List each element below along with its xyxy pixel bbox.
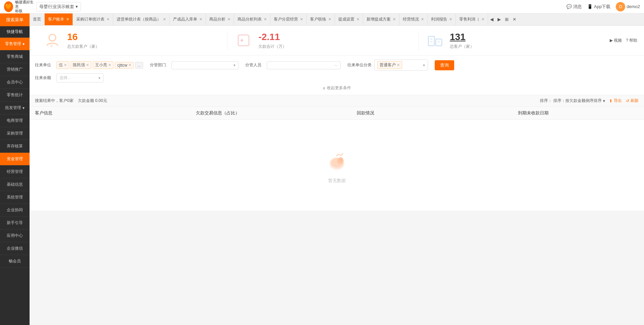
stat-block-total-customers: 131 总客户（家） bbox=[419, 31, 610, 50]
sidebar-item-batch-manage[interactable]: 批发管理 ▾ bbox=[0, 102, 30, 114]
dept-select[interactable] bbox=[171, 61, 239, 69]
sidebar-item-retail-manage[interactable]: 零售管理 ▾ bbox=[0, 38, 30, 50]
sidebar-item-purchase-manage[interactable]: 采购管理 bbox=[0, 127, 30, 140]
sidebar-item-ops-manage[interactable]: 经营管理 bbox=[0, 166, 30, 178]
top-header: 🧡 畅捷通好生意 标版 母婴行业演示账套 💬 消息 📱 App下载 D demo… bbox=[0, 0, 644, 13]
tab-home[interactable]: 首页 bbox=[30, 13, 45, 26]
sidebar: 搜索菜单 快捷导航 零售管理 ▾ 零售商城 营销推广 会员中心 零售统计 批发管… bbox=[0, 13, 30, 325]
sidebar-item-member-center[interactable]: 会员中心 bbox=[0, 76, 30, 89]
unit-tag-cjttcw-close[interactable]: ✕ bbox=[128, 63, 131, 67]
debt-customers-icon: ¥ bbox=[43, 31, 62, 50]
video-btn[interactable]: ▶ 视频 bbox=[610, 38, 622, 43]
sidebar-item-marketing[interactable]: 营销推广 bbox=[0, 63, 30, 76]
unit-class-select[interactable]: 普通客户 ✕ bbox=[374, 60, 428, 71]
query-button[interactable]: 查询 bbox=[435, 60, 454, 70]
message-btn[interactable]: 💬 消息 bbox=[566, 4, 582, 10]
close-icon[interactable]: ✕ bbox=[106, 17, 110, 22]
main-layout: 搜索菜单 快捷导航 零售管理 ▾ 零售商城 营销推广 会员中心 零售统计 批发管… bbox=[0, 13, 644, 325]
unit-tag-more[interactable]: ... bbox=[135, 62, 143, 69]
tab-menu[interactable]: ⊞ bbox=[503, 13, 511, 26]
user-avatar-area[interactable]: D demo2 bbox=[616, 2, 640, 11]
tab-raise-settings[interactable]: 提成设置 ✕ bbox=[335, 13, 363, 26]
logo-area: 🧡 畅捷通好生意 标版 bbox=[4, 0, 34, 13]
balance-filter-label: 往来余额 bbox=[35, 75, 54, 81]
results-summary: 搜索结果中，客户0家 欠款金额 0.00元 bbox=[35, 98, 107, 104]
help-btn[interactable]: ? 帮助 bbox=[626, 38, 637, 43]
balance-select[interactable]: 选择... bbox=[56, 73, 103, 82]
play-icon: ▶ bbox=[610, 38, 613, 43]
tab-cost-inbound[interactable]: 产成品入库单 ✕ bbox=[170, 13, 206, 26]
close-icon[interactable]: ✕ bbox=[481, 17, 484, 22]
person-filter-label: 分管人员 bbox=[245, 62, 264, 68]
svg-rect-7 bbox=[430, 41, 432, 42]
tab-profit-report[interactable]: 利润报告 ✕ bbox=[428, 13, 456, 26]
debt-amount-label: 欠款合计（万） bbox=[258, 44, 287, 49]
close-icon[interactable]: ✕ bbox=[163, 17, 166, 22]
unit-class-label: 往来单位分类 bbox=[347, 62, 372, 68]
message-icon: 💬 bbox=[566, 4, 572, 9]
tab-new-raise-plan[interactable]: 新增提成方案 ✕ bbox=[363, 13, 399, 26]
tab-purchase-order-stat[interactable]: 采购订单统计表 ✕ bbox=[73, 13, 113, 26]
unit-tag-chen-close[interactable]: ✕ bbox=[86, 63, 89, 67]
tab-inbound-stat[interactable]: 进货单统计表（按商品） ✕ bbox=[113, 13, 170, 26]
sidebar-item-vip-member[interactable]: 畅会员 bbox=[0, 255, 30, 268]
sidebar-item-capital-manage[interactable]: 资金管理 bbox=[0, 153, 30, 166]
tab-retail-profit[interactable]: 零售利润（ ✕ bbox=[456, 13, 488, 26]
empty-text: 暂无数据 bbox=[328, 178, 346, 184]
sidebar-item-new-guide[interactable]: 新手引导 bbox=[0, 217, 30, 229]
tab-product-analysis[interactable]: 商品分析 ✕ bbox=[206, 13, 234, 26]
close-icon[interactable]: ✕ bbox=[264, 17, 267, 22]
tab-scroll-right[interactable]: ▶ bbox=[496, 13, 503, 26]
unit-tag-wang-close[interactable]: ✕ bbox=[108, 63, 111, 67]
close-icon[interactable]: ✕ bbox=[66, 17, 69, 22]
tab-customer-contact[interactable]: 客户联络 ✕ bbox=[307, 13, 335, 26]
sidebar-item-ecom-manage[interactable]: 电商管理 bbox=[0, 114, 30, 127]
sidebar-item-retail-mall[interactable]: 零售商城 bbox=[0, 50, 30, 63]
content-area: 首页 客户账本 ✕ 采购订单统计表 ✕ 进货单统计表（按商品） ✕ 产成品入库单… bbox=[30, 13, 644, 325]
close-icon[interactable]: ✕ bbox=[199, 17, 202, 22]
collapse-btn[interactable]: ∧ 收起更多条件 bbox=[35, 85, 639, 91]
results-bar: 搜索结果中，客户0家 欠款金额 0.00元 排序： 排序：按欠款金额倒序排序 ⬆… bbox=[30, 95, 644, 107]
stat-actions: ▶ 视频 ? 帮助 bbox=[610, 38, 637, 43]
export-btn[interactable]: ⬆ 导出 bbox=[609, 98, 622, 104]
close-icon[interactable]: ✕ bbox=[300, 17, 303, 22]
close-icon[interactable]: ✕ bbox=[449, 17, 452, 22]
close-icon[interactable]: ✕ bbox=[356, 17, 359, 22]
sidebar-nav-quick[interactable]: 快捷导航 bbox=[0, 26, 30, 38]
unit-filter-label: 往来单位 bbox=[35, 62, 54, 68]
sidebar-item-inventory[interactable]: 库存核算 bbox=[0, 140, 30, 153]
refresh-btn[interactable]: ↺ 刷新 bbox=[626, 98, 639, 104]
tab-close-all[interactable]: ✕ bbox=[511, 13, 518, 26]
close-icon[interactable]: ✕ bbox=[421, 17, 424, 22]
sidebar-item-enterprise-coop[interactable]: 企业协同 bbox=[0, 204, 30, 217]
close-icon[interactable]: ✕ bbox=[328, 17, 331, 22]
sidebar-item-basic-info[interactable]: 基础信息 bbox=[0, 178, 30, 191]
tab-scroll-left[interactable]: ◀ bbox=[488, 13, 496, 26]
sidebar-search[interactable]: 搜索菜单 bbox=[0, 13, 30, 26]
tab-customer-tier[interactable]: 客户分层经营 ✕ bbox=[270, 13, 307, 26]
tab-customer-account[interactable]: 客户账本 ✕ bbox=[45, 13, 73, 26]
unit-tag-wu-close[interactable]: ✕ bbox=[64, 63, 67, 67]
sort-select[interactable]: 排序： 排序：按欠款金额倒序排序 bbox=[540, 98, 605, 104]
page-content: ¥ 16 总欠款客户（家） ✦ bbox=[30, 26, 644, 325]
stat-info-debt-customers: 16 总欠款客户（家） bbox=[67, 32, 99, 49]
table-col-customer: 客户信息 bbox=[35, 110, 196, 116]
chevron-up-icon: ∧ bbox=[323, 86, 326, 91]
sidebar-item-retail-stat[interactable]: 零售统计 bbox=[0, 89, 30, 102]
person-select[interactable]: ··· bbox=[267, 61, 341, 69]
close-icon[interactable]: ✕ bbox=[393, 17, 396, 22]
sidebar-item-sys-manage[interactable]: 系统管理 bbox=[0, 191, 30, 204]
tenant-dropdown[interactable]: 母婴行业演示账套 bbox=[36, 2, 81, 11]
sidebar-item-enterprise-wechat[interactable]: 企业微信 bbox=[0, 242, 30, 255]
unit-class-tag-close[interactable]: ✕ bbox=[397, 63, 400, 67]
sidebar-item-app-center[interactable]: 应用中心 bbox=[0, 229, 30, 242]
tab-product-analysis-list[interactable]: 商品分析列表 ✕ bbox=[234, 13, 270, 26]
tab-biz-situation[interactable]: 经营情况 ✕ bbox=[399, 13, 428, 26]
stat-block-debt-amount: ✦ -2.11 欠款合计（万） bbox=[227, 31, 419, 50]
debt-customers-label: 总欠款客户（家） bbox=[67, 44, 99, 49]
logo-icon: 🧡 bbox=[4, 1, 13, 12]
stat-info-debt-amount: -2.11 欠款合计（万） bbox=[258, 32, 287, 49]
close-icon[interactable]: ✕ bbox=[227, 17, 230, 22]
app-download-btn[interactable]: 📱 App下载 bbox=[587, 4, 610, 10]
unit-tags: 伍 ✕ 陈民强 ✕ 王小亮 ✕ cjttcw ✕ bbox=[56, 61, 143, 69]
